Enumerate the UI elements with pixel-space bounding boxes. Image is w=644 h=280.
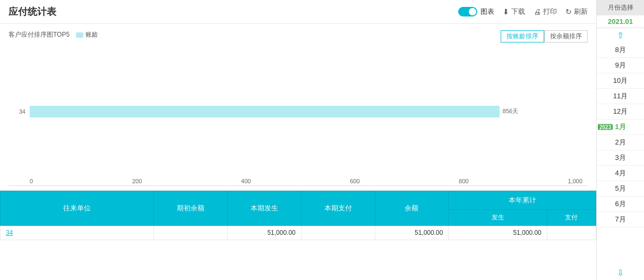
x-label-200: 200 (132, 178, 142, 184)
legend-item-top5: 客户应付排序图TOP5 (8, 30, 70, 39)
chart-sort-buttons: 按账龄排序 按余额排序 (501, 30, 588, 43)
sidebar-down-btn[interactable]: ⇩ (597, 266, 644, 280)
chart-canvas: 34 856天 0 200 400 (8, 48, 588, 186)
col-opening-header: 期初余额 (154, 191, 228, 226)
print-icon: 🖨 (534, 7, 541, 16)
sidebar-month-item[interactable]: 9月 (597, 58, 644, 73)
sidebar-month-item[interactable]: 2月 (597, 135, 644, 150)
unit-link[interactable]: 34 (6, 229, 13, 236)
page-header: 应付统计表 图表 ⬇ 下载 🖨 打印 ↻ 刷新 (0, 0, 596, 24)
sidebar-month-item[interactable]: 11月 (597, 89, 644, 104)
col-occur-header: 本期发生 (227, 191, 301, 226)
sidebar-month-item[interactable]: 5月 (597, 181, 644, 197)
legend-top5-label: 客户应付排序图TOP5 (8, 30, 70, 39)
col-pay-header: 本期支付 (301, 191, 375, 226)
chart-legend: 客户应付排序图TOP5 账龄 (8, 30, 98, 39)
sidebar-month-item[interactable]: 20231月 (597, 120, 644, 135)
legend-age-label: 账龄 (85, 30, 98, 39)
sidebar-header: 月份选择 (597, 0, 644, 15)
sidebar: 月份选择 2021.01 ⇧ 8月9月10月11月12月20231月2月3月4月… (596, 0, 644, 280)
cell-opening (154, 226, 228, 240)
chart-top-bar: 客户应付排序图TOP5 账龄 按账龄排序 按余额排序 (8, 30, 588, 45)
year-badge: 2023 (598, 124, 613, 130)
cell-balance: 51,000.00 (375, 226, 449, 240)
x-label-800: 800 (459, 178, 468, 184)
legend-box-age (76, 32, 83, 38)
bar-row-34: 856天 (30, 106, 582, 117)
x-label-400: 400 (241, 178, 251, 184)
page-title: 应付统计表 (8, 5, 56, 18)
chart-inner: 856天 0 200 400 600 800 1,000 (30, 48, 582, 185)
chart-toggle[interactable] (458, 7, 477, 16)
download-icon: ⬇ (503, 7, 509, 16)
sidebar-months: 8月9月10月11月12月20231月2月3月4月5月6月7月 (597, 43, 644, 266)
x-label-600: 600 (350, 178, 359, 184)
sidebar-month-item[interactable]: 3月 (597, 150, 644, 166)
refresh-icon: ↻ (565, 7, 572, 16)
chart-bar-area: 856天 (30, 48, 582, 175)
col-ytd-header: 本年累计 (449, 191, 596, 210)
download-label: 下载 (511, 7, 525, 16)
data-table: 往来单位 期初余额 本期发生 本期支付 余额 本年累计 发生 支付 34 (0, 191, 596, 240)
sidebar-up-btn[interactable]: ⇧ (597, 28, 644, 43)
cell-unit[interactable]: 34 (1, 226, 154, 240)
cell-occur: 51,000.00 (227, 226, 301, 240)
x-label-0: 0 (30, 178, 33, 184)
sidebar-month-item[interactable]: 6月 (597, 197, 644, 212)
chart-toggle-wrap[interactable]: 图表 (458, 7, 494, 16)
table-header-row: 往来单位 期初余额 本期发生 本期支付 余额 本年累计 (1, 191, 596, 210)
legend-item-age: 账龄 (76, 30, 98, 39)
chart-section: 客户应付排序图TOP5 账龄 按账龄排序 按余额排序 34 (0, 24, 596, 191)
download-button[interactable]: ⬇ 下载 (503, 7, 525, 16)
sort-by-amount-btn[interactable]: 按余额排序 (544, 30, 588, 43)
col-ytd-pay-header: 支付 (547, 210, 596, 226)
refresh-button[interactable]: ↻ 刷新 (565, 7, 588, 16)
table-row: 34 51,000.00 51,000.00 51,000.00 (1, 226, 596, 240)
sidebar-month-item[interactable]: 10月 (597, 73, 644, 89)
sidebar-month-item[interactable]: 12月 (597, 104, 644, 120)
bar-34 (30, 106, 500, 117)
print-button[interactable]: 🖨 打印 (534, 7, 557, 16)
bar-end-label-34: 856天 (503, 107, 518, 115)
cell-pay (301, 226, 375, 240)
col-unit-header: 往来单位 (1, 191, 154, 226)
print-label: 打印 (543, 7, 557, 16)
x-label-1000: 1,000 (568, 178, 582, 184)
header-actions: 图表 ⬇ 下载 🖨 打印 ↻ 刷新 (458, 7, 588, 16)
sidebar-year-month: 2021.01 (597, 15, 644, 28)
sidebar-month-item[interactable]: 8月 (597, 43, 644, 58)
table-section: 往来单位 期初余额 本期发生 本期支付 余额 本年累计 发生 支付 34 (0, 191, 596, 280)
col-balance-header: 余额 (375, 191, 449, 226)
cell-ytd-pay (547, 226, 596, 240)
chart-x-axis: 0 200 400 600 800 1,000 (30, 175, 582, 185)
cell-ytd-occur: 51,000.00 (449, 226, 547, 240)
refresh-label: 刷新 (574, 7, 588, 16)
sidebar-month-item[interactable]: 4月 (597, 166, 644, 181)
col-ytd-occur-header: 发生 (449, 210, 547, 226)
sidebar-month-item[interactable]: 7月 (597, 212, 644, 227)
sort-by-balance-btn[interactable]: 按账龄排序 (501, 30, 544, 43)
chart-y-label: 34 (19, 108, 25, 115)
chart-toggle-label: 图表 (480, 7, 494, 16)
table-body: 34 51,000.00 51,000.00 51,000.00 (1, 226, 596, 240)
